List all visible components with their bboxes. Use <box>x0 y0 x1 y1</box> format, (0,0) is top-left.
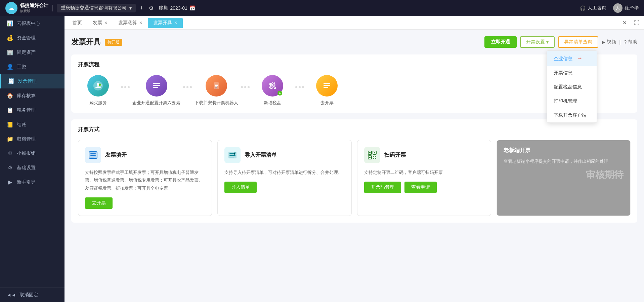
top-bar-right: 🎧 人工咨询 人 徐泽华 <box>580 3 639 13</box>
scan-title: 扫码开票 <box>384 152 406 159</box>
step-label-3: 下载并安装开票机器人 <box>195 100 238 106</box>
support-button[interactable]: 🎧 人工咨询 <box>580 5 606 11</box>
sidebar-label-yunbaobiao: 云报表中心 <box>17 21 40 27</box>
sidebar-label-zijin: 资金管理 <box>17 35 36 41</box>
tab-fapiaocesuan[interactable]: 发票测算 ✕ <box>113 18 148 28</box>
svg-rect-13 <box>324 83 330 84</box>
company-selector[interactable]: 重庆畅捷交通信息咨询有限公司 ▾ <box>57 4 136 12</box>
tab-fapiao-close[interactable]: ✕ <box>104 21 108 25</box>
svg-text:🤖: 🤖 <box>215 86 218 89</box>
connector-2 <box>180 86 195 95</box>
method-fill-header: 发票填开 <box>85 147 205 163</box>
expand-button[interactable]: ⛶ <box>632 18 641 28</box>
boss-desc: 查看老板端小程序提交的开票申请，并作出相应的处理 <box>504 157 624 165</box>
sidebar-label-shuiwu: 税务管理 <box>17 107 36 113</box>
activate-button[interactable]: 立即开通 <box>484 36 517 48</box>
dropdown-item-peizhi[interactable]: 配置税盘信息 <box>547 80 597 94</box>
svg-rect-5 <box>153 87 158 88</box>
logo-sub: 旗舰版 <box>20 9 48 13</box>
calendar-icon[interactable]: 📅 <box>189 5 195 11</box>
sidebar-item-kucun[interactable]: 🏠 库存核算 <box>0 88 65 103</box>
dropdown-label-kaipiaoxinxi: 开票信息 <box>554 70 572 75</box>
status-badge: 待开通 <box>105 39 122 46</box>
import-desc: 支持导入待开票清单，可对待开票清单进行拆分、合并处理。 <box>224 168 344 176</box>
tab-fapiao[interactable]: 发票 ✕ <box>87 18 113 28</box>
flow-step-4: 税 + 新增税盘 <box>252 75 293 106</box>
dropdown-item-download[interactable]: 下载开票客户端 <box>547 108 597 122</box>
svg-rect-4 <box>153 85 160 86</box>
person-icon: 👤 <box>7 64 13 70</box>
dropdown-item-dayinji[interactable]: 打印机管理 <box>547 94 597 108</box>
method-card-fill: 发票填开 支持按照发票样式手工填开发票；可开具增值税电子普通发票、增值税普通发票… <box>78 140 212 216</box>
sidebar-item-gudingzichan[interactable]: 🏢 固定资产 <box>0 45 65 60</box>
company-name: 重庆畅捷交通信息咨询有限公司 <box>61 5 127 11</box>
scan-actions: 开票码管理 查看申请 <box>364 182 484 193</box>
help-button[interactable]: ? 帮助 <box>624 39 637 45</box>
close-all-button[interactable]: ✕ <box>620 18 629 28</box>
tab-home[interactable]: 首页 <box>67 18 87 28</box>
user-info[interactable]: 人 徐泽华 <box>613 3 639 13</box>
collapse-icon: ◄◄ <box>7 292 16 298</box>
step-label-4: 新增税盘 <box>264 100 281 106</box>
scan-icon <box>364 147 380 163</box>
pending-overlay: 审核期待 <box>504 168 624 181</box>
svg-rect-8 <box>215 85 218 86</box>
anomaly-button[interactable]: 异常清单查询 <box>558 36 598 48</box>
avatar: 人 <box>613 3 622 13</box>
chevron-down-icon: ▾ <box>546 39 549 45</box>
video-button[interactable]: ▶ 视频 <box>602 39 616 45</box>
tab-fapiaocesuan-label: 发票测算 <box>118 20 137 26</box>
svg-rect-19 <box>90 155 96 156</box>
settings-button[interactable]: 开票设置 ▾ <box>520 36 555 48</box>
sidebar-item-zijin[interactable]: 💰 资金管理 <box>0 31 65 45</box>
tab-fapiaocesuan-close[interactable]: ✕ <box>139 21 142 25</box>
gear-icon: ⚙ <box>7 164 13 171</box>
sidebar-item-xiaochang[interactable]: © 小畅报销 <box>0 146 65 160</box>
collapse-button[interactable]: ◄◄ 取消固定 <box>0 288 65 302</box>
scan-view-button[interactable]: 查看申请 <box>404 182 437 193</box>
fill-icon <box>85 147 101 163</box>
fill-go-button[interactable]: 去开票 <box>85 197 113 209</box>
settings-icon[interactable]: ⚙ <box>149 5 154 11</box>
sidebar-label-xiaochang: 小畅报销 <box>17 150 36 156</box>
period-value: 2023-01 <box>170 5 187 11</box>
logo-name: 畅捷通好会计 <box>20 3 48 9</box>
step-icon-3: 🤖 <box>206 75 227 97</box>
method-import-header: 导入开票清单 <box>224 147 344 163</box>
dropdown-item-kaipiaoxinxi[interactable]: 开票信息 <box>547 66 597 80</box>
dropdown-icon: ▾ <box>129 5 132 11</box>
dropdown-label-dayinji: 打印机管理 <box>554 98 577 104</box>
sidebar-item-xinshouyindao[interactable]: ▶ 新手引导 <box>0 175 65 189</box>
flow-step-1: + 购买服务 <box>78 75 118 106</box>
import-button[interactable]: 导入清单 <box>224 182 257 193</box>
sidebar-item-gongzi[interactable]: 👤 工资 <box>0 60 65 74</box>
separator: | <box>619 39 621 45</box>
import-icon <box>224 147 241 163</box>
step-label-5: 去开票 <box>320 100 334 106</box>
method-card-import: 导入开票清单 支持导入待开票清单，可对待开票清单进行拆分、合并处理。 导入清单 <box>217 140 351 216</box>
sidebar-item-jichushezhi[interactable]: ⚙ 基础设置 <box>0 160 65 175</box>
main-layout: 📊 云报表中心 💰 资金管理 🏢 固定资产 👤 工资 🧾 发票管理 <box>0 16 644 302</box>
svg-rect-26 <box>374 152 375 153</box>
building-icon: 🏢 <box>7 49 13 55</box>
dropdown-label-peizhi: 配置税盘信息 <box>554 84 582 89</box>
add-company-icon[interactable]: + <box>140 5 143 12</box>
tab-fapiaokaiju[interactable]: 发票开具 ✕ <box>148 18 183 28</box>
period-info: 账期 2023-01 📅 <box>159 5 195 11</box>
sidebar-item-jiezhang[interactable]: 📒 结账 <box>0 117 65 132</box>
receipt-icon: 🧾 <box>8 78 14 84</box>
warehouse-icon: 🏠 <box>7 92 13 99</box>
sidebar-label-fapiao: 发票管理 <box>18 78 37 84</box>
sidebar-item-fapiao[interactable]: 🧾 发票管理 <box>0 74 65 88</box>
dropdown-item-qiyexinxi[interactable]: 企业信息 → <box>547 51 597 66</box>
tab-fapiaokaiju-close[interactable]: ✕ <box>174 21 177 25</box>
scan-manage-button[interactable]: 开票码管理 <box>364 182 401 193</box>
top-bar: ☁ 畅捷通好会计 旗舰版 重庆畅捷交通信息咨询有限公司 ▾ + ⚙ 账期 202… <box>0 0 644 16</box>
sidebar-bottom: ◄◄ 取消固定 <box>0 288 65 302</box>
dropdown-label-download: 下载开票客户端 <box>554 112 587 118</box>
sidebar-item-yunbaobiao[interactable]: 📊 云报表中心 <box>0 16 65 31</box>
sidebar-item-guidang[interactable]: 📁 归档管理 <box>0 132 65 146</box>
page-content: 发票开具 待开通 立即开通 开票设置 ▾ 异常清单查询 ▶ 视频 <box>65 30 644 302</box>
app-container: ☁ 畅捷通好会计 旗舰版 重庆畅捷交通信息咨询有限公司 ▾ + ⚙ 账期 202… <box>0 0 644 302</box>
sidebar-item-shuiwu[interactable]: 📋 税务管理 <box>0 103 65 117</box>
